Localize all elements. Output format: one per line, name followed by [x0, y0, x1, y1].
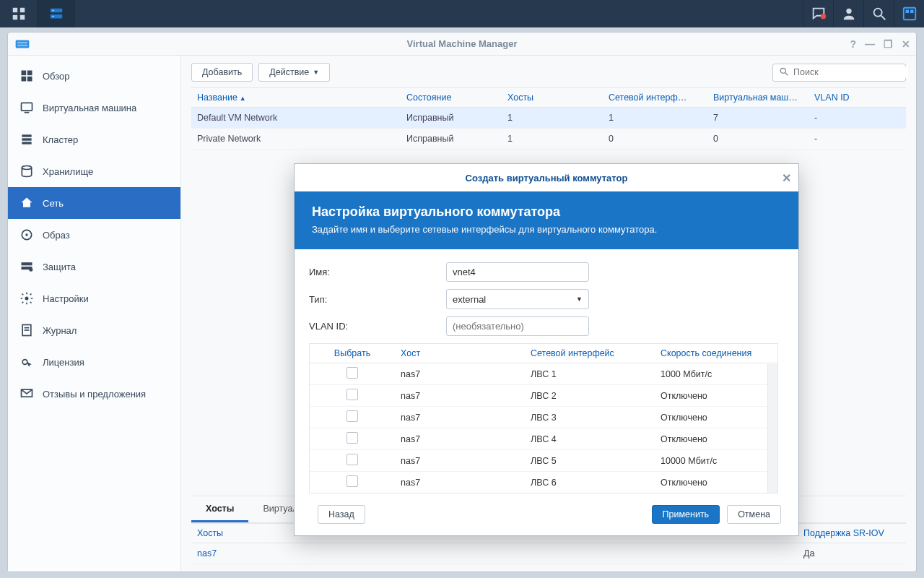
svg-rect-5 — [51, 14, 63, 18]
svg-rect-1 — [19, 8, 24, 12]
action-button-label: Действие — [269, 67, 309, 77]
svg-point-32 — [29, 268, 32, 272]
search-input[interactable] — [772, 64, 906, 82]
col-iface[interactable]: Сетевой интерфейс — [525, 344, 655, 363]
user-icon[interactable] — [833, 0, 863, 27]
svg-line-40 — [785, 72, 788, 75]
col-host[interactable]: Хост — [395, 344, 525, 363]
sidebar-item-image[interactable]: Образ — [8, 219, 180, 251]
log-icon — [19, 323, 34, 337]
window-help-icon[interactable]: ? — [850, 38, 856, 50]
sidebar-item-settings[interactable]: Настройки — [8, 282, 180, 314]
widgets-icon[interactable] — [894, 0, 924, 27]
col-vlan[interactable]: VLAN ID — [808, 88, 906, 108]
svg-point-37 — [22, 360, 27, 365]
sidebar-item-label: Лицензия — [43, 357, 84, 368]
svg-rect-3 — [19, 15, 24, 20]
table-row: nas7ЛВС 11000 Мбит/с — [310, 363, 777, 385]
sidebar-item-label: Обзор — [43, 71, 70, 82]
checkbox[interactable] — [346, 432, 358, 444]
svg-point-7 — [53, 16, 54, 17]
svg-rect-17 — [17, 44, 27, 46]
table-row[interactable]: Private NetworkИсправный100- — [191, 129, 906, 150]
settings-icon — [19, 291, 34, 306]
svg-rect-19 — [27, 71, 32, 76]
sidebar-item-label: Хранилище — [43, 166, 93, 177]
back-button[interactable]: Назад — [318, 505, 365, 524]
sidebar-item-label: Сеть — [43, 198, 64, 209]
add-button[interactable]: Добавить — [191, 63, 253, 82]
chat-icon[interactable] — [803, 0, 833, 27]
storage-icon — [19, 164, 34, 178]
svg-rect-18 — [22, 71, 27, 76]
col-state[interactable]: Состояние — [401, 88, 502, 108]
col-iface[interactable]: Сетевой интерф… — [603, 88, 707, 108]
dialog-titlebar: Создать виртуальный коммутатор ✕ — [295, 164, 798, 191]
sidebar-item-license[interactable]: Лицензия — [8, 346, 180, 378]
close-icon[interactable]: ✕ — [782, 171, 791, 185]
svg-rect-0 — [12, 8, 17, 12]
sidebar-item-label: Настройки — [43, 293, 89, 304]
svg-rect-20 — [22, 77, 27, 82]
window-maximize-icon[interactable]: ❐ — [884, 38, 893, 50]
chevron-down-icon: ▼ — [313, 69, 319, 76]
action-button[interactable]: Действие ▼ — [258, 63, 330, 82]
table-row: nas7ЛВС 6Отключено — [310, 472, 777, 493]
sidebar-item-overview[interactable]: Обзор — [8, 60, 180, 92]
table-row[interactable]: Default VM NetworkИсправный117- — [191, 108, 906, 129]
sidebar-item-feedback[interactable]: Отзывы и предложения — [8, 378, 180, 410]
table-row[interactable]: nas7Да — [191, 543, 906, 564]
svg-rect-12 — [903, 8, 915, 20]
window-close-icon[interactable]: ✕ — [902, 38, 910, 50]
checkbox[interactable] — [346, 410, 358, 422]
col-select: Выбрать — [310, 344, 395, 363]
vlan-field[interactable] — [446, 316, 589, 336]
svg-rect-21 — [27, 77, 32, 82]
sidebar-item-network[interactable]: Сеть — [8, 187, 180, 219]
chevron-down-icon: ▼ — [576, 296, 583, 303]
apply-button[interactable]: Применить — [652, 505, 720, 524]
apps-icon[interactable] — [0, 0, 38, 27]
protect-icon — [19, 259, 34, 274]
sidebar: ОбзорВиртуальная машинаКластерХранилищеС… — [8, 56, 181, 571]
svg-rect-26 — [22, 142, 31, 144]
window-minimize-icon[interactable]: — — [865, 38, 875, 50]
sidebar-item-vm[interactable]: Виртуальная машина — [8, 92, 180, 124]
checkbox[interactable] — [346, 389, 358, 400]
sidebar-item-cluster[interactable]: Кластер — [8, 124, 180, 155]
checkbox[interactable] — [346, 475, 358, 487]
sidebar-item-label: Защита — [43, 262, 76, 272]
sidebar-item-label: Образ — [43, 230, 70, 241]
server-icon[interactable] — [38, 0, 75, 27]
checkbox[interactable] — [346, 454, 358, 465]
col-name[interactable]: Название▲ — [191, 88, 401, 108]
network-icon — [19, 196, 34, 210]
type-select[interactable]: external ▼ — [446, 289, 589, 309]
search-icon[interactable] — [863, 0, 894, 27]
window-titlebar: Virtual Machine Manager ? — ❐ ✕ — [8, 33, 916, 56]
dialog-header-sub: Задайте имя и выберите сетевые интерфейс… — [312, 224, 781, 235]
name-field[interactable] — [446, 262, 589, 282]
checkbox[interactable] — [346, 367, 358, 379]
svg-rect-16 — [17, 41, 27, 43]
search-field[interactable] — [792, 66, 908, 78]
table-row: nas7ЛВС 2Отключено — [310, 385, 777, 407]
col-sriov[interactable]: Поддержка SR-IOV — [798, 524, 906, 543]
scrollbar[interactable] — [767, 364, 777, 493]
sidebar-item-protect[interactable]: Защита — [8, 251, 180, 282]
feedback-icon — [19, 387, 34, 401]
svg-rect-14 — [910, 10, 913, 14]
table-row: nas7ЛВС 4Отключено — [310, 428, 777, 450]
col-vm[interactable]: Виртуальная маш… — [707, 88, 808, 108]
iface-table-wrap: Выбрать Хост Сетевой интерфейс Скорость … — [309, 343, 778, 493]
sidebar-item-storage[interactable]: Хранилище — [8, 155, 180, 187]
type-value: external — [453, 294, 486, 305]
sidebar-item-log[interactable]: Журнал — [8, 314, 180, 346]
tab-0[interactable]: Хосты — [191, 496, 248, 522]
col-hosts[interactable]: Хосты — [502, 88, 603, 108]
magnifier-icon — [779, 66, 789, 79]
cancel-button[interactable]: Отмена — [727, 505, 781, 524]
overview-icon — [19, 69, 34, 83]
col-speed[interactable]: Скорость соединения — [655, 344, 777, 363]
vm-icon — [19, 100, 34, 115]
